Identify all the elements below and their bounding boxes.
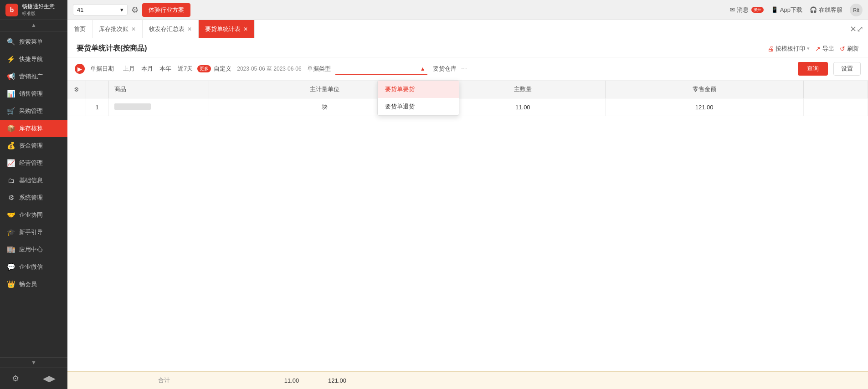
topbar-settings-btn[interactable]: ⚙: [131, 5, 139, 15]
sidebar-label-search: 搜索菜单: [19, 38, 43, 46]
wxwork-icon: 💬: [6, 263, 15, 271]
appstore-icon: 🏬: [6, 246, 15, 254]
system-icon: ⚙: [6, 194, 15, 202]
date-range-display: 2023-05-06 至 2023-06-06: [237, 65, 301, 73]
customer-service-label: 在线客服: [819, 6, 842, 14]
sidebar-item-guide[interactable]: 🎓新手引导: [0, 224, 67, 241]
logo-subtitle: 标准版: [22, 10, 55, 16]
tab-close-all-btn[interactable]: ✕: [850, 24, 857, 34]
col-product-header: 商品: [108, 81, 209, 98]
type-filter-input[interactable]: [335, 63, 427, 75]
type-chevron-icon[interactable]: ▲: [420, 66, 426, 72]
filter-toggle-btn[interactable]: ▶: [75, 64, 85, 74]
tab-label-receivable-summary: 收发存汇总表: [149, 25, 185, 33]
sidebar-nav: 🔍搜索菜单⚡快捷导航📢营销推广📊销售管理🛒采购管理📦库存核算💰资金管理📈经营管理…: [0, 31, 67, 357]
cell-index: 1: [86, 98, 108, 116]
query-btn[interactable]: 查询: [798, 62, 828, 76]
messages-badge: 99+: [751, 7, 764, 13]
tab-receivable-summary[interactable]: 收发存汇总表✕: [143, 20, 199, 38]
page-header: 要货单统计表(按商品) 🖨 按模板打印 ▾ ↗ 导出 ↺ 刷新: [67, 38, 868, 57]
main-area: 41 ▾ ⚙ 体验行业方案 ✉ 消息 99+ 📱 App下载 🎧 在线客服 Ri…: [67, 0, 868, 389]
customer-service-btn[interactable]: 🎧 在线客服: [810, 6, 842, 14]
table-row: 1 块 11.00 121.00: [67, 98, 868, 116]
refresh-icon: ↺: [840, 45, 845, 52]
sidebar-item-operations[interactable]: 📈经营管理: [0, 154, 67, 172]
trial-button[interactable]: 体验行业方案: [142, 3, 190, 17]
sidebar-item-sales[interactable]: 📊销售管理: [0, 85, 67, 102]
sidebar-item-search[interactable]: 🔍搜索菜单: [0, 33, 67, 51]
col-index-header: [86, 81, 108, 98]
sidebar-item-basic[interactable]: 🗂基础信息: [0, 172, 67, 189]
sidebar-label-enterprise: 企业协同: [19, 211, 43, 219]
sidebar-settings-btn[interactable]: ⚙: [10, 372, 21, 385]
store-selector[interactable]: 41 ▾: [73, 4, 128, 15]
tab-label-inventory-batch: 库存批次账: [99, 25, 128, 33]
footer-quantity: 11.00: [269, 377, 314, 384]
type-dropdown: 要货单要货要货单退货: [377, 80, 459, 116]
search-icon: 🔍: [6, 38, 15, 46]
tab-close-receivable-summary[interactable]: ✕: [187, 26, 192, 32]
export-btn[interactable]: ↗ 导出: [815, 45, 834, 53]
tab-inventory-batch[interactable]: 库存批次账✕: [92, 20, 143, 38]
sidebar-label-system: 系统管理: [19, 194, 43, 202]
dropdown-item-order-return[interactable]: 要货单退货: [378, 98, 459, 115]
app-download-label: App下载: [780, 6, 802, 14]
sidebar-label-sales: 销售管理: [19, 90, 43, 98]
sidebar-item-inventory[interactable]: 📦库存核算: [0, 120, 67, 137]
sidebar-item-appstore[interactable]: 🏬应用中心: [0, 241, 67, 258]
sidebar-scroll-down[interactable]: ▼: [31, 359, 36, 366]
dropdown-item-order-goods[interactable]: 要货单要货: [378, 81, 459, 98]
tab-close-inventory-batch[interactable]: ✕: [131, 26, 136, 32]
app-download-btn[interactable]: 📱 App下载: [771, 6, 802, 14]
sidebar-footer: ⚙ ◀▶: [0, 368, 67, 389]
sidebar-scroll-up[interactable]: ▲: [31, 22, 36, 29]
inventory-icon: 📦: [6, 124, 15, 133]
warehouse-filter-label: 要货仓库: [433, 65, 457, 73]
date-last-month-btn[interactable]: 上月: [121, 64, 137, 74]
type-filter-label: 单据类型: [307, 65, 331, 73]
date-last-7days-btn[interactable]: 近7天: [176, 64, 195, 74]
sidebar-item-enterprise[interactable]: 🤝企业协同: [0, 206, 67, 224]
export-icon: ↗: [815, 45, 821, 52]
finance-icon: 💰: [6, 142, 15, 150]
tab-home[interactable]: 首页: [67, 20, 92, 38]
footer-amount: 121.00: [314, 377, 360, 384]
avatar[interactable]: Rit: [850, 4, 863, 16]
store-name: 41: [77, 6, 83, 13]
date-more-badge: 更多: [197, 65, 211, 72]
cell-quantity: 11.00: [441, 98, 606, 116]
sidebar-label-wxwork: 企业微信: [19, 263, 43, 271]
sidebar-item-finance[interactable]: 💰资金管理: [0, 137, 67, 154]
shortcuts-icon: ⚡: [6, 55, 15, 63]
refresh-btn[interactable]: ↺ 刷新: [840, 45, 859, 53]
warehouse-dots-btn[interactable]: ···: [461, 65, 467, 73]
col-settings-header[interactable]: ⚙: [67, 81, 86, 98]
cell-product: [108, 98, 209, 116]
data-table: ⚙ 商品 主计量单位 主数量 零售金额 1 块 11.00 121.00: [67, 81, 868, 116]
sidebar-item-shortcuts[interactable]: ⚡快捷导航: [0, 51, 67, 68]
sidebar-label-guide: 新手引导: [19, 228, 43, 236]
filter-bar: ▶ 单据日期 上月 本月 本年 近7天 更多 自定义 2023-05-06 至 …: [67, 57, 868, 81]
cell-settings: [67, 98, 86, 116]
sidebar-item-marketing[interactable]: 📢营销推广: [0, 68, 67, 85]
sidebar-item-wxwork[interactable]: 💬企业微信: [0, 258, 67, 276]
sidebar-label-inventory: 库存核算: [19, 124, 43, 133]
sidebar-item-vip[interactable]: 👑畅会员: [0, 276, 67, 293]
tab-close-order-stat[interactable]: ✕: [243, 26, 248, 32]
print-btn[interactable]: 🖨 按模板打印 ▾: [767, 45, 810, 53]
sidebar-collapse-btn[interactable]: ◀▶: [41, 372, 57, 385]
date-this-month-btn[interactable]: 本月: [139, 64, 155, 74]
tab-order-stat[interactable]: 要货单统计表✕: [199, 20, 255, 38]
filter-settings-btn[interactable]: 设置: [833, 62, 861, 76]
messages-btn[interactable]: ✉ 消息 99+: [730, 6, 764, 14]
sidebar-item-purchase[interactable]: 🛒采购管理: [0, 102, 67, 120]
date-custom-btn[interactable]: 自定义: [214, 65, 231, 73]
marketing-icon: 📢: [6, 72, 15, 81]
date-this-year-btn[interactable]: 本年: [158, 64, 173, 74]
tab-expand-btn[interactable]: ⤢: [857, 24, 863, 34]
sidebar-label-marketing: 营销推广: [19, 72, 43, 81]
sidebar-item-system[interactable]: ⚙系统管理: [0, 189, 67, 206]
print-chevron-icon: ▾: [807, 46, 810, 51]
store-chevron-icon: ▾: [120, 6, 123, 13]
sidebar-label-finance: 资金管理: [19, 142, 43, 150]
